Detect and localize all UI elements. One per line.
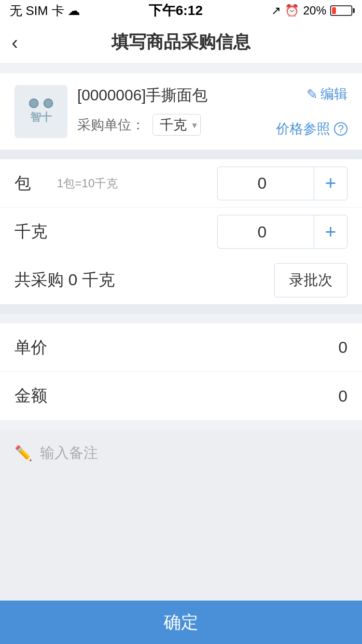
battery-icon	[330, 5, 352, 16]
confirm-label: 确定	[164, 611, 198, 634]
owl-eye-left	[29, 98, 39, 108]
summary-text: 共采购 0 千克	[14, 269, 115, 291]
qty-kg-input[interactable]	[217, 215, 314, 249]
amount-row: 金额 0	[0, 372, 362, 420]
location-icon: ↗	[271, 4, 281, 17]
quantity-section: 包 1包=10千克 + 千克 +	[0, 159, 362, 256]
summary-row: 共采购 0 千克 录批次	[0, 256, 362, 304]
note-placeholder: 输入备注	[40, 443, 98, 463]
note-section[interactable]: ✏️ 输入备注	[0, 430, 362, 476]
edit-icon: ✎	[306, 86, 318, 102]
pencil-icon: ✏️	[14, 445, 32, 462]
alarm-icon: ⏰	[285, 4, 299, 17]
price-label: 单价	[14, 336, 47, 359]
help-icon: ?	[334, 122, 348, 136]
status-bar: 无 SIM 卡 ☁ 下午6:12 ↗ ⏰ 20%	[0, 0, 362, 21]
unit-label: 采购单位：	[77, 116, 145, 134]
product-logo: 智十	[22, 92, 60, 131]
sim-status: 无 SIM 卡 ☁	[10, 2, 80, 19]
page-title: 填写商品采购信息	[111, 30, 251, 54]
qty-kg-wrapper: +	[217, 215, 348, 249]
sublabel-bao: 1包=10千克	[57, 176, 118, 191]
owl-eye-right	[43, 98, 53, 108]
status-time: 下午6:12	[149, 1, 203, 20]
logo-text: 智十	[30, 110, 52, 125]
edit-button[interactable]: ✎ 编辑	[306, 85, 348, 103]
amount-label: 金额	[14, 385, 47, 407]
price-value: 0	[338, 338, 348, 357]
batch-button[interactable]: 录批次	[274, 263, 348, 297]
amount-value: 0	[338, 387, 348, 406]
price-ref-button[interactable]: 价格参照 ?	[276, 120, 348, 138]
quantity-row-bao: 包 1包=10千克 +	[0, 159, 362, 208]
qty-bao-plus[interactable]: +	[314, 167, 348, 200]
section-divider-1	[0, 150, 362, 159]
nav-bar: ‹ 填写商品采购信息	[0, 21, 362, 64]
status-right: ↗ ⏰ 20%	[271, 4, 352, 17]
content-area	[0, 476, 362, 621]
qty-kg-plus[interactable]: +	[314, 215, 348, 249]
confirm-button[interactable]: 确定	[0, 601, 362, 644]
price-row: 单价 0	[0, 323, 362, 372]
unit-select[interactable]: 千克 包	[153, 114, 201, 136]
unit-select-wrapper[interactable]: 千克 包	[153, 114, 201, 136]
product-thumbnail: 智十	[14, 85, 68, 138]
qty-bao-wrapper: +	[217, 167, 348, 200]
back-button[interactable]: ‹	[12, 33, 18, 52]
battery-percent: 20%	[303, 4, 326, 17]
quantity-row-kg: 千克 +	[0, 208, 362, 256]
label-bao: 包	[14, 172, 53, 195]
info-section: 单价 0 金额 0	[0, 323, 362, 420]
status-left: 无 SIM 卡 ☁	[10, 2, 80, 19]
qty-bao-input[interactable]	[217, 167, 314, 200]
edit-label: 编辑	[320, 85, 348, 103]
price-ref-label: 价格参照	[276, 120, 330, 138]
section-divider-2	[0, 304, 362, 314]
product-card: 智十 [0000006]手撕面包 采购单位： 千克 包 ✎ 编辑 价格参照	[0, 73, 362, 150]
label-kg: 千克	[14, 221, 53, 243]
